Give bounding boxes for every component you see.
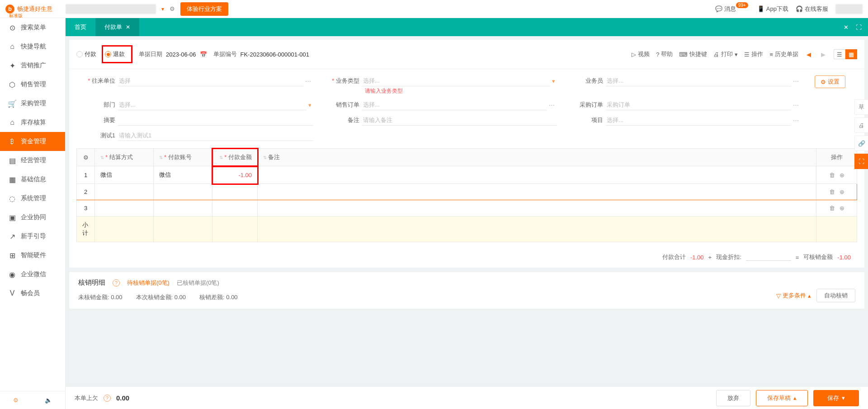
logo-icon: b [5, 5, 14, 14]
logo-subtitle: 标准版 [9, 13, 23, 18]
company-dropdown-icon[interactable]: ▾ [161, 6, 164, 12]
message-badge: 99+ [736, 2, 748, 8]
app-download-link[interactable]: 📱 App下载 [757, 5, 788, 13]
phone-icon: 📱 [757, 5, 764, 12]
headset-icon: 🎧 [796, 5, 803, 12]
settings-gear-icon[interactable]: ⚙ [170, 5, 175, 12]
online-service-link[interactable]: 🎧 在线客服 [796, 5, 828, 13]
experience-plan-button[interactable]: 体验行业方案 [180, 2, 228, 16]
logo-text: 畅捷通好生意 [17, 5, 52, 13]
messages-link[interactable]: 💬 消息 99+ [715, 5, 750, 13]
message-icon: 💬 [715, 5, 722, 12]
user-avatar[interactable] [835, 4, 863, 14]
company-selector[interactable] [66, 4, 156, 14]
